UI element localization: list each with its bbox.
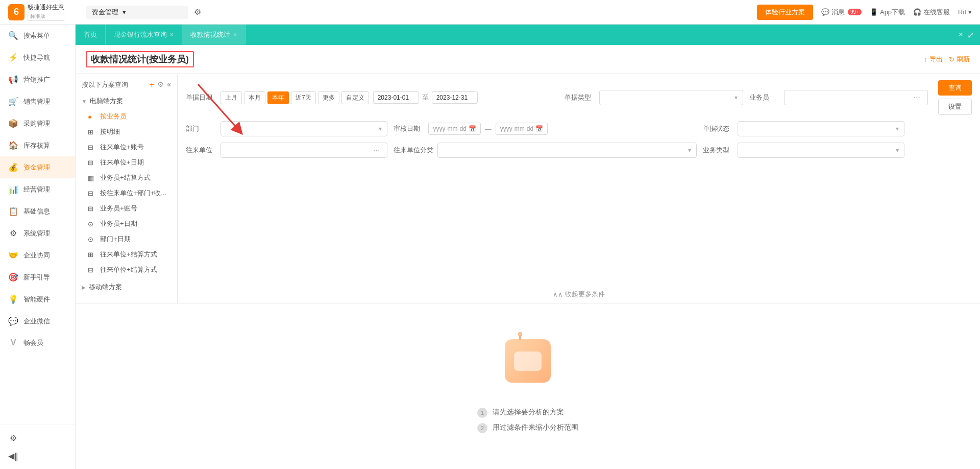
tip-item-2: 2 用过滤条件来缩小分析范围 xyxy=(477,423,578,433)
sidebar-label-marketing: 营销推广 xyxy=(23,75,50,84)
date-btn-more[interactable]: 更多 xyxy=(318,91,339,104)
counterpart-more-btn[interactable]: ··· xyxy=(371,146,382,155)
sidebar-item-marketing[interactable]: 📢 营销推广 xyxy=(0,68,75,90)
sidebar-item-system[interactable]: ⚙ 系统管理 xyxy=(0,222,75,244)
sidebar-item-sales[interactable]: 🛒 销售管理 xyxy=(0,90,75,112)
basic-icon: 📋 xyxy=(8,206,18,216)
breadcrumb[interactable]: 资金管理 ▾ xyxy=(86,6,188,19)
counterpart-cat-input[interactable]: ▾ xyxy=(437,143,696,158)
scheme-item-icon-8: ⊙ xyxy=(88,236,96,243)
sidebar-collapse-btn[interactable]: ◀‖ xyxy=(0,447,75,465)
date-btn-last-month[interactable]: 上月 xyxy=(220,91,242,104)
sidebar-item-finance[interactable]: 💰 资金管理 xyxy=(0,156,75,178)
scheme-add-icon[interactable]: + xyxy=(150,80,154,89)
docstatus-label: 单据状态 xyxy=(703,124,733,133)
date-btn-custom[interactable]: 自定义 xyxy=(341,91,369,104)
docstatus-input[interactable]: ▾ xyxy=(738,121,904,136)
page-content: 收款情况统计(按业务员) ↑ 导出 ↻ 刷新 xyxy=(76,45,980,469)
sidebar-item-search[interactable]: 🔍 搜索菜单 xyxy=(0,25,75,46)
sidebar-item-quicknav[interactable]: ⚡ 快捷导航 xyxy=(0,46,75,68)
scheme-item-10[interactable]: ⊟ 往来单位+结算方式 xyxy=(76,262,177,277)
scheme-item-9[interactable]: ⊞ 往来单位+结算方式 xyxy=(76,247,177,262)
sidebar-item-corp-collab[interactable]: 🤝 企业协同 xyxy=(0,244,75,266)
scheme-item-icon-0: ● xyxy=(88,113,96,121)
scheme-item-2[interactable]: ⊟ 往来单位+账号 xyxy=(76,139,177,155)
scheme-item-8[interactable]: ⊙ 部门+日期 xyxy=(76,231,177,247)
docstatus-chevron: ▾ xyxy=(896,125,899,132)
refresh-button[interactable]: ↻ 刷新 xyxy=(949,55,970,64)
dept-input[interactable]: ▾ xyxy=(220,121,387,136)
tab-cashflow-close[interactable]: × xyxy=(170,31,174,38)
scheme-item-icon-4: ▦ xyxy=(88,174,96,182)
system-icon: ⚙ xyxy=(8,228,18,238)
date-btn-7days[interactable]: 近7天 xyxy=(291,91,316,104)
salesperson-more-btn[interactable]: ··· xyxy=(912,93,922,102)
tip-item-1: 1 请先选择要分析的方案 xyxy=(477,408,578,418)
messages-action[interactable]: 💬 消息 99+ xyxy=(821,8,862,17)
scheme-item-0[interactable]: ● 按业务员 xyxy=(76,109,177,124)
scheme-item-icon-2: ⊟ xyxy=(88,144,96,151)
salesperson-label: 业务员 xyxy=(749,93,780,102)
tab-receipt-close[interactable]: × xyxy=(233,31,237,38)
sidebar-item-newbie[interactable]: 🎯 新手引导 xyxy=(0,266,75,288)
collapse-chevron-icon: ∧∧ xyxy=(553,291,563,298)
user-avatar[interactable]: Rit ▾ xyxy=(958,8,972,16)
sidebar-item-hardware[interactable]: 💡 智能硬件 xyxy=(0,288,75,310)
biztype-input[interactable]: ▾ xyxy=(738,143,904,158)
date-to-input[interactable]: 2023-12-31 xyxy=(432,91,478,104)
tab-home[interactable]: 首页 xyxy=(76,25,106,45)
tab-cashflow[interactable]: 现金银行流水查询 × xyxy=(106,25,182,45)
review-to-input[interactable]: yyyy-mm-dd 📅 xyxy=(496,123,548,135)
sidebar-item-inventory[interactable]: 🏠 库存核算 xyxy=(0,134,75,156)
scheme-item-5[interactable]: ⊟ 按往来单位+部门+收... xyxy=(76,185,177,201)
scheme-settings-icon[interactable]: ⚙ xyxy=(157,80,164,89)
scheme-item-4[interactable]: ▦ 业务员+结算方式 xyxy=(76,170,177,185)
date-btn-this-month[interactable]: 本月 xyxy=(244,91,265,104)
counterpart-input[interactable]: ··· xyxy=(220,143,387,158)
tab-close-all-btn[interactable]: × xyxy=(959,30,963,39)
reviewdate-label: 审核日期 xyxy=(394,124,424,133)
dept-label: 部门 xyxy=(186,124,216,133)
scheme-group-mobile-header[interactable]: ▶ 移动端方案 xyxy=(76,279,177,295)
sidebar-bottom: ⚙ ◀‖ xyxy=(0,425,75,469)
doctype-input[interactable]: ▾ xyxy=(599,90,743,105)
scheme-item-1[interactable]: ⊞ 按明细 xyxy=(76,124,177,139)
filter-row-3: 往来单位 ··· 往来单位分类 xyxy=(186,143,972,158)
collapse-more-conditions-btn[interactable]: ∧∧ 收起更多条件 xyxy=(178,286,980,303)
user-chevron: ▾ xyxy=(968,8,972,16)
scheme-item-3[interactable]: ⊟ 往来单位+日期 xyxy=(76,155,177,170)
scheme-group-desktop-header[interactable]: ▼ 电脑端方案 xyxy=(76,93,177,109)
salesperson-input[interactable]: ··· xyxy=(784,90,928,105)
review-from-input[interactable]: yyyy-mm-dd 📅 xyxy=(428,123,480,135)
inventory-icon: 🏠 xyxy=(8,140,18,150)
sidebar-item-wechat[interactable]: 💬 企业微信 xyxy=(0,310,75,332)
date-input-group: 2023-01-01 至 2023-12-31 xyxy=(373,91,478,104)
settings-button[interactable]: 设置 xyxy=(938,99,972,115)
export-button[interactable]: ↑ 导出 xyxy=(924,55,943,64)
scheme-item-7[interactable]: ⊙ 业务员+日期 xyxy=(76,216,177,231)
sidebar-item-member[interactable]: V 畅会员 xyxy=(0,332,75,354)
scheme-group-mobile: ▶ 移动端方案 xyxy=(76,279,177,295)
date-btn-this-year[interactable]: 本年 xyxy=(267,91,289,104)
tab-receipt-stats[interactable]: 收款情况统计 × xyxy=(182,25,246,45)
online-service-action[interactable]: 🎧 在线客服 xyxy=(913,8,950,17)
scheme-collapse-icon[interactable]: « xyxy=(167,80,171,89)
sidebar-settings-btn[interactable]: ⚙ xyxy=(0,429,75,447)
sidebar-item-basic[interactable]: 📋 基础信息 xyxy=(0,200,75,222)
scheme-item-icon-3: ⊟ xyxy=(88,159,96,167)
sidebar-item-operations[interactable]: 📊 经营管理 xyxy=(0,178,75,200)
app-download-action[interactable]: 📱 App下载 xyxy=(870,8,905,17)
scheme-item-icon-5: ⊟ xyxy=(88,190,96,197)
settings-icon[interactable]: ⚙ xyxy=(194,7,201,17)
sales-icon: 🛒 xyxy=(8,97,18,106)
sidebar-label-search: 搜索菜单 xyxy=(23,31,50,40)
filter-counterpart-cat-field: 往来单位分类 ▾ xyxy=(394,143,696,158)
tab-expand-btn[interactable]: ⤢ xyxy=(967,30,974,40)
query-button[interactable]: 查询 xyxy=(938,80,972,96)
date-from-input[interactable]: 2023-01-01 xyxy=(373,91,419,104)
scheme-panel: 按以下方案查询 + ⚙ « ▼ 电脑端方案 xyxy=(76,74,178,303)
scheme-item-6[interactable]: ⊟ 业务员+账号 xyxy=(76,201,177,216)
try-industry-button[interactable]: 体验行业方案 xyxy=(757,5,813,20)
sidebar-item-purchase[interactable]: 📦 采购管理 xyxy=(0,112,75,134)
tip-num-2: 2 xyxy=(477,423,487,433)
